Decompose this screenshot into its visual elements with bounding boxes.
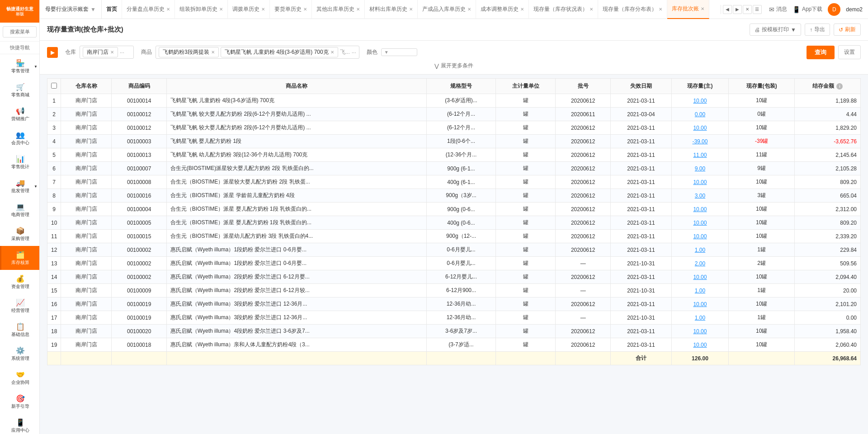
qty-main-cell[interactable]: 10.00 <box>672 325 729 338</box>
sidebar-item-operations[interactable]: 📈 经营管理 <box>0 294 39 318</box>
qty-main-cell[interactable]: 10.00 <box>672 270 729 284</box>
sidebar: 畅捷通好生意 标版 搜索菜单 快捷导航 🏪 零售管理🛒 零售商城📢 营销推广👥 … <box>0 0 40 434</box>
tab-product-in[interactable]: 产成品入库单历史✕ <box>418 0 476 19</box>
tab-close-icon[interactable]: ✕ <box>701 6 704 11</box>
settings-button[interactable]: 设置 <box>838 45 861 59</box>
tab-close-button[interactable]: ✕ <box>743 5 752 14</box>
qty-main-cell[interactable]: 0.00 <box>672 108 729 121</box>
tab-other-out[interactable]: 其他出库单历史✕ <box>312 0 365 19</box>
tab-close-icon[interactable]: ✕ <box>219 7 223 12</box>
print-button[interactable]: 🖨 按模板打印 ▼ <box>750 24 801 36</box>
qty-main-cell[interactable]: 10.00 <box>672 121 729 135</box>
qty-main-cell[interactable]: 1.00 <box>672 284 729 297</box>
qty-main-cell[interactable]: 10.00 <box>672 216 729 230</box>
tab-close-icon[interactable]: ✕ <box>166 7 170 12</box>
col-qty-pkg-header: 现存量(包装) <box>728 79 795 94</box>
quick-nav-button[interactable]: 快捷导航 <box>0 42 39 54</box>
sidebar-item-wholesale-mgmt[interactable]: 🚚 批发管理 <box>0 174 39 198</box>
tab-close-icon[interactable]: ✕ <box>409 7 413 12</box>
tab-close-icon[interactable]: ✕ <box>261 7 265 12</box>
sidebar-item-enterprise[interactable]: 🤝 企业协同 <box>0 366 39 390</box>
tab-scroll-right-button[interactable]: ▶ <box>733 5 742 14</box>
tab-close-icon[interactable]: ✕ <box>303 7 307 12</box>
qty-main-cell[interactable]: 10.00 <box>672 203 729 216</box>
refresh-button[interactable]: ↺ 刷新 <box>834 24 861 36</box>
tab-label: 现存量（库存状况表） <box>533 5 588 13</box>
sidebar-item-new-guide[interactable]: 🎯 新手引导 <box>0 390 39 414</box>
avatar[interactable]: D <box>828 3 840 16</box>
sidebar-item-finance[interactable]: 💰 资金管理 <box>0 270 39 294</box>
balance-info-icon[interactable]: i <box>836 83 843 90</box>
tab-requisition[interactable]: 要货单历史✕ <box>270 0 312 19</box>
sidebar-nav: 🏪 零售管理🛒 零售商城📢 营销推广👥 会员中心📊 零售统计🚚 批发管理💻 电商… <box>0 54 39 434</box>
tab-split-inventory[interactable]: 分量盘点单历史✕ <box>122 0 175 19</box>
filter-expand-button[interactable]: ▶ <box>47 47 58 58</box>
sidebar-item-retail-stats[interactable]: 📊 零售统计 <box>0 150 39 174</box>
sidebar-item-label: 电商管理 <box>11 212 29 217</box>
qty-main-cell[interactable]: 1.00 <box>672 311 729 325</box>
product-input[interactable]: 飞鹤奶粉3段两提装 ✕ 飞鹤星飞帆 儿童奶粉 4段(3-6岁适用) 700克 ✕… <box>156 46 359 59</box>
tab-close-icon[interactable]: ✕ <box>467 7 471 12</box>
sidebar-item-label: 采购管理 <box>11 236 29 241</box>
sidebar-item-ecommerce[interactable]: 💻 电商管理 <box>0 198 39 222</box>
product-tag-1-close[interactable]: ✕ <box>211 50 215 55</box>
expand-more-button[interactable]: ⋁ 展开更多条件 <box>434 62 473 70</box>
tab-home[interactable]: 首页 <box>102 0 122 19</box>
col-batch-header: 批号 <box>556 79 610 94</box>
tab-material-out[interactable]: 材料出库单历史✕ <box>365 0 418 19</box>
qty-main-cell[interactable]: 10.00 <box>672 94 729 108</box>
qty-main-cell[interactable]: 1.00 <box>672 243 729 257</box>
app-download-action[interactable]: 📱 App下载 <box>793 5 822 13</box>
table-row: 9 南岸门店 00100004 合生元（BIOSTIME）派星 婴儿配方奶粉 1… <box>47 203 861 216</box>
sidebar-item-label: 系统管理 <box>11 356 29 361</box>
qty-main-cell[interactable]: 11.00 <box>672 148 729 162</box>
warehouse-tag-close[interactable]: ✕ <box>110 50 114 55</box>
tab-cost-adjust[interactable]: 成本调整单历史✕ <box>476 0 529 19</box>
sidebar-item-system[interactable]: ⚙️ 系统管理 <box>0 342 39 366</box>
tab-inventory-dist[interactable]: 现存量（库存分布表）✕ <box>598 0 667 19</box>
tab-close-icon[interactable]: ✕ <box>520 7 524 12</box>
tab-close-icon[interactable]: ✕ <box>590 7 593 12</box>
color-input[interactable]: ▼ <box>381 48 417 56</box>
warehouse-input[interactable]: 南岸门店 ✕ ··· <box>80 46 134 59</box>
breadcrumb-selector[interactable]: 母婴行业演示账套 ▼ <box>40 0 102 19</box>
tab-menu-button[interactable]: ☰ <box>753 5 762 14</box>
table-body: 1 南岸门店 00100014 飞鹤星飞帆 儿童奶粉 4段(3-6岁适用) 70… <box>47 94 861 352</box>
summary-row: 合计 126.00 26,968.64 <box>47 352 861 365</box>
product-tag-2-close[interactable]: ✕ <box>330 50 334 55</box>
qty-main-cell[interactable]: -39.00 <box>672 135 729 148</box>
export-button[interactable]: ↑ 导出 <box>805 24 830 36</box>
phone-icon: 📱 <box>793 6 800 13</box>
table-row: 14 南岸门店 00100002 惠氏启赋（Wyeth illuma）2段奶粉 … <box>47 270 861 284</box>
tab-label: 要货单历史 <box>274 5 302 13</box>
tab-disassemble[interactable]: 组装拆卸单历史✕ <box>175 0 228 19</box>
tab-scroll-left-button[interactable]: ◀ <box>723 5 732 14</box>
qty-main-cell[interactable]: 3.00 <box>672 189 729 203</box>
select-all-checkbox[interactable] <box>51 83 57 89</box>
qty-main-cell[interactable]: 2.00 <box>672 257 729 270</box>
sidebar-item-label: 零售管理 <box>11 68 29 74</box>
sidebar-item-basics[interactable]: 📋 基础信息 <box>0 318 39 342</box>
qty-main-cell[interactable]: 10.00 <box>672 297 729 311</box>
chevron-down-icon: ⋁ <box>434 63 439 69</box>
sidebar-item-retail-shop[interactable]: 🛒 零售商城 <box>0 78 39 102</box>
qty-main-cell[interactable]: 10.00 <box>672 338 729 352</box>
sidebar-item-app-center[interactable]: 📱 应用中心 <box>0 414 39 434</box>
qty-main-cell[interactable]: 10.00 <box>672 175 729 189</box>
sidebar-item-marketing[interactable]: 📢 营销推广 <box>0 102 39 126</box>
sidebar-item-retail-mgmt[interactable]: 🏪 零售管理 <box>0 54 39 78</box>
tab-batch-voucher[interactable]: 库存批次账✕ <box>667 0 709 19</box>
tab-mix[interactable]: 调拨单历史✕ <box>228 0 270 19</box>
qty-main-cell[interactable]: 9.00 <box>672 162 729 175</box>
search-menu-button[interactable]: 搜索菜单 <box>3 26 37 38</box>
tab-inventory-status[interactable]: 现存量（库存状况表）✕ <box>529 0 598 19</box>
sidebar-item-purchase-mgmt[interactable]: 📦 采购管理 <box>0 222 39 246</box>
qty-main-cell[interactable]: 10.00 <box>672 230 729 243</box>
query-button[interactable]: 查询 <box>807 46 835 59</box>
sidebar-item-member-center[interactable]: 👥 会员中心 <box>0 126 39 150</box>
tab-close-icon[interactable]: ✕ <box>659 7 662 12</box>
tab-close-icon[interactable]: ✕ <box>356 7 360 12</box>
sidebar-item-inventory[interactable]: 🗂️ 库存核算 <box>0 246 39 270</box>
user-name[interactable]: demo2 <box>846 6 863 13</box>
message-action[interactable]: ✉ 消息 <box>769 5 787 13</box>
